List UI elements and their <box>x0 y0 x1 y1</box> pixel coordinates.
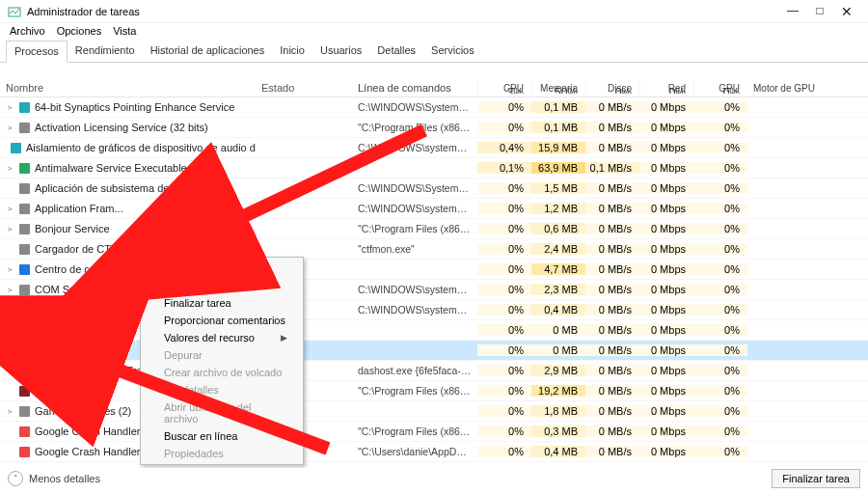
tab-rendimiento[interactable]: Rendimiento <box>68 41 143 62</box>
svg-point-14 <box>19 345 29 355</box>
tab-historial[interactable]: Historial de aplicaciones <box>143 41 273 62</box>
svg-point-13 <box>23 329 26 332</box>
expand-icon[interactable]: > <box>6 265 14 274</box>
table-row[interactable]: >COM SurrogateC:\WINDOWS\system32\DllHos… <box>0 300 868 320</box>
gpu-cell: 0% <box>693 344 747 356</box>
cmd-cell: dashost.exe {6fe5faca-0fc4-43b... <box>352 365 477 376</box>
disk-cell: 0 MB/s <box>585 284 639 295</box>
gpu-cell: 0% <box>693 324 747 336</box>
process-icon <box>17 202 31 215</box>
net-cell: 0 Mbps <box>639 122 693 133</box>
cpu-cell: 0% <box>477 243 531 255</box>
expand-icon[interactable]: > <box>6 306 14 315</box>
tab-inicio[interactable]: Inicio <box>272 41 312 62</box>
table-row[interactable]: >Activation Licensing Service (32 bits)"… <box>0 118 868 138</box>
cpu-cell: 0% <box>477 446 531 457</box>
tab-usuarios[interactable]: Usuarios <box>312 41 369 62</box>
table-row[interactable]: >Cortana🍃0%0 MB0 MB/s0 Mbps0% <box>0 341 868 361</box>
tab-procesos[interactable]: Procesos <box>6 41 68 63</box>
menu-file[interactable]: Archivo <box>10 25 45 37</box>
process-name: COM Surrogate <box>35 304 109 316</box>
mi-valores[interactable]: Valores del recurso▶ <box>143 329 301 346</box>
table-row[interactable]: >Antimalware Service Executable0,1%63,9 … <box>0 158 868 178</box>
disk-cell: 0 MB/s <box>585 263 639 275</box>
svg-rect-6 <box>19 204 30 214</box>
mem-cell: 0,6 MB <box>531 223 585 234</box>
expand-icon[interactable]: > <box>6 164 14 173</box>
window-controls: — □ ✕ <box>779 4 860 19</box>
expand-icon[interactable]: > <box>6 407 14 416</box>
mi-comentarios[interactable]: Proporcionar comentarios <box>143 312 301 329</box>
cmd-cell: "C:\Users\danie\AppData\Local\... <box>352 446 477 457</box>
cmd-cell: C:\WINDOWS\System32\spoolsv... <box>352 182 477 194</box>
expand-icon[interactable]: > <box>6 286 14 294</box>
expand-icon[interactable]: > <box>6 326 14 335</box>
table-row[interactable]: >Application Fram...C:\WINDOWS\system32\… <box>0 199 868 219</box>
col-cpu[interactable]: 3%CPU <box>477 82 531 94</box>
gpu-cell: 0% <box>693 101 747 113</box>
svg-rect-17 <box>19 406 30 417</box>
process-icon <box>17 384 31 398</box>
table-row[interactable]: >COM SurrogateC:\WINDOWS\system32\DllHos… <box>0 280 868 300</box>
mi-cambiar: Cambiar a <box>143 277 301 294</box>
mem-cell: 4,7 MB <box>531 263 585 275</box>
net-cell: 0 Mbps <box>639 263 693 275</box>
cpu-cell: 0% <box>477 425 531 437</box>
col-gpu-engine[interactable]: Motor de GPU <box>747 82 834 94</box>
col-cmd[interactable]: Línea de comandos <box>352 82 477 94</box>
table-row[interactable]: >Gaming Services (2)0%1,8 MB0 MB/s0 Mbps… <box>0 401 868 422</box>
mi-expandir[interactable]: Expandir <box>143 260 301 277</box>
cpu-cell: 0% <box>477 304 531 316</box>
cmd-cell: "C:\Program Files (x86)\MSI\Dra... <box>352 385 477 397</box>
menu-view[interactable]: Vista <box>113 25 136 37</box>
tab-servicios[interactable]: Servicios <box>423 41 482 62</box>
col-gpu[interactable]: 0%GPU <box>693 82 747 94</box>
col-net[interactable]: 0%Red <box>639 82 693 94</box>
minimize-button[interactable]: — <box>779 4 806 19</box>
table-row[interactable]: Aplicación de subsistema de ...C:\WINDOW… <box>0 178 868 199</box>
process-icon <box>17 445 31 458</box>
svg-rect-2 <box>19 123 30 133</box>
table-row[interactable]: Cargador de CTF"ctfmon.exe"0%2,4 MB0 MB/… <box>0 239 868 260</box>
col-mem[interactable]: 50%Memoria <box>531 82 585 94</box>
process-name: Google Crash Handler <box>35 446 140 457</box>
expand-icon[interactable]: > <box>6 103 14 112</box>
table-row[interactable]: Device Association Framework Provider Ho… <box>0 361 868 381</box>
disk-cell: 0 MB/s <box>585 142 639 153</box>
end-task-button[interactable]: Finalizar tarea <box>772 469 860 488</box>
svg-rect-5 <box>19 183 30 194</box>
table-row[interactable]: Aislamiento de gráficos de dispositivo d… <box>0 138 868 158</box>
col-disk[interactable]: 0%Disco <box>585 82 639 94</box>
process-name: Application Fram... <box>35 203 123 214</box>
fewer-details[interactable]: ˄ Menos detalles <box>8 471 100 486</box>
mi-buscar[interactable]: Buscar en línea <box>143 427 301 445</box>
table-row[interactable]: >Configuración🍃0%0 MB0 MB/s0 Mbps0% <box>0 320 868 341</box>
expand-icon[interactable]: > <box>6 124 14 132</box>
maximize-button[interactable]: □ <box>806 4 833 19</box>
cmd-cell: C:\WINDOWS\system32\DllHost... <box>352 304 477 316</box>
table-row[interactable]: >64-bit Synaptics Pointing Enhance Servi… <box>0 97 868 118</box>
cpu-cell: 0,4% <box>477 142 531 153</box>
menu-options[interactable]: Opciones <box>57 25 101 37</box>
table-row[interactable]: Dragon Center"C:\Program Files (x86)\MSI… <box>0 381 868 401</box>
net-cell: 0 Mbps <box>639 162 693 174</box>
table-row[interactable]: >Centro de coman0%4,7 MB0 MB/s0 Mbps0% <box>0 260 868 280</box>
tab-detalles[interactable]: Detalles <box>369 41 423 62</box>
mi-finalizar[interactable]: Finalizar tarea <box>143 294 301 312</box>
expand-icon[interactable]: > <box>6 225 14 233</box>
process-icon <box>17 303 31 316</box>
disk-cell: 0 MB/s <box>585 425 639 437</box>
gpu-cell: 0% <box>693 182 747 194</box>
expand-icon[interactable]: > <box>6 205 14 213</box>
table-row[interactable]: Google Crash Handler"C:\Program Files (x… <box>0 422 868 442</box>
process-table: Nombre Estado Línea de comandos 3%CPU 50… <box>0 63 868 468</box>
table-row[interactable]: >Bonjour Service"C:\Program Files (x86)\… <box>0 219 868 239</box>
svg-rect-19 <box>19 447 30 457</box>
disk-cell: 0 MB/s <box>585 405 639 417</box>
col-status[interactable]: Estado <box>256 82 352 94</box>
disk-cell: 0 MB/s <box>585 182 639 194</box>
close-button[interactable]: ✕ <box>833 4 860 19</box>
col-name[interactable]: Nombre <box>0 82 256 94</box>
table-row[interactable]: Google Crash Handler"C:\Users\danie\AppD… <box>0 442 868 462</box>
expand-icon[interactable]: > <box>6 346 14 355</box>
